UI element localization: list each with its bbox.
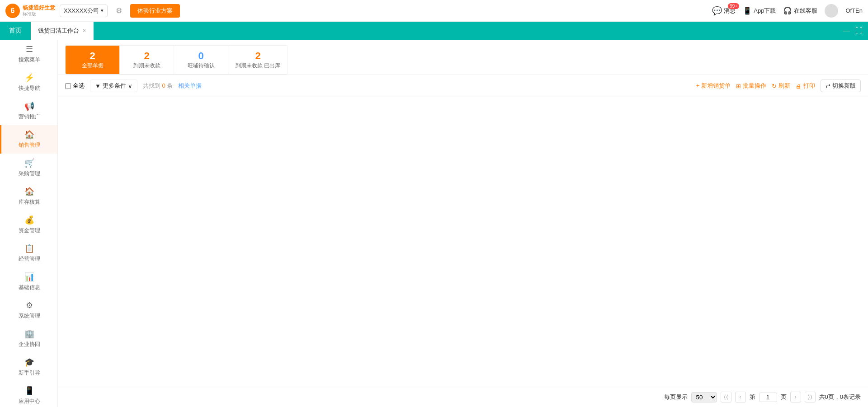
first-page-button[interactable]: ⟨⟨ (721, 392, 731, 402)
page-number-input[interactable]: 1 (759, 393, 777, 402)
related-doc-link[interactable]: 相关单据 (178, 82, 202, 90)
header-right: 💬 消息 99+ 📱 App下载 🎧 在线客服 OfTEn (712, 4, 863, 18)
sidebar-item-label: 销售管理 (19, 141, 40, 149)
stat-label-overdue-shipped: 到期未收款 已出库 (236, 62, 280, 70)
sidebar-item-capital[interactable]: 💰 资金管理 (0, 211, 57, 239)
found-prefix: 共找到 (143, 82, 160, 89)
messages-badge: 99+ (728, 3, 739, 9)
batch-icon: ⊞ (736, 83, 741, 89)
sidebar-item-label: 基础信息 (19, 284, 40, 291)
select-all-checkbox[interactable] (65, 83, 71, 89)
filter-icon: ▼ (95, 83, 101, 89)
top-header: 6 畅捷通好生意 标准版 XXXXXX公司 ▾ ⚙ 体验行业方案 💬 消息 99… (0, 0, 868, 22)
print-icon: 🖨 (796, 83, 802, 89)
toolbar-right: + 新增销货单 ⊞ 批量操作 ↻ 刷新 🖨 打印 ⇄ 切换新版 (694, 80, 861, 92)
sidebar-item-enterprise[interactable]: 🏢 企业协同 (0, 324, 57, 353)
tab-home[interactable]: 首页 (0, 22, 31, 40)
app-download-button[interactable]: 📱 App下载 (743, 6, 776, 15)
settings-icon: ⚙ (116, 6, 122, 15)
print-button[interactable]: 🖨 打印 (796, 82, 815, 90)
refresh-button[interactable]: ↻ 刷新 (772, 82, 790, 90)
tab-bar: 首页 钱货日清工作台 × — ⛶ (0, 22, 868, 40)
page-summary: 共0页，0条记录 (819, 393, 861, 401)
stats-tabs: 2 全部单据 2 到期未收款 0 旺辅待确认 2 到期未收款 已出库 (58, 40, 868, 75)
sidebar-item-basic-info[interactable]: 📊 基础信息 (0, 267, 57, 296)
prev-page-button[interactable]: ‹ (735, 392, 746, 402)
app-center-icon: 📱 (24, 386, 34, 396)
message-icon: 💬 (712, 6, 722, 16)
pagination: 每页显示 50 100 200 ⟨⟨ ‹ 第 1 页 › ⟩⟩ 共0页，0条记录 (58, 387, 868, 407)
stat-tab-all[interactable]: 2 全部单据 (66, 46, 120, 74)
logo-text: 畅捷通好生意 标准版 (23, 5, 55, 16)
sidebar-item-inventory[interactable]: 🏠 库存核算 (0, 182, 57, 211)
filter-label: 更多条件 (103, 82, 126, 90)
settings-icon-btn[interactable]: ⚙ (112, 4, 126, 18)
sidebar-item-label: 搜索菜单 (19, 56, 40, 64)
per-page-label: 每页显示 (664, 393, 688, 401)
trial-button[interactable]: 体验行业方案 (130, 4, 180, 18)
sidebar-item-search[interactable]: ☰ 搜索菜单 (0, 40, 57, 68)
stat-count-overdue-shipped: 2 (236, 50, 280, 62)
sidebar-item-sales[interactable]: 🏠 销售管理 (0, 125, 57, 154)
page-suffix: 页 (781, 393, 787, 401)
last-page-button[interactable]: ⟩⟩ (805, 392, 816, 402)
user-name[interactable]: OfTEn (845, 7, 863, 14)
sidebar-item-label: 快捷导航 (19, 84, 40, 92)
next-page-button[interactable]: › (790, 392, 801, 402)
sales-icon: 🏠 (24, 130, 34, 140)
filter-button[interactable]: ▼ 更多条件 ∨ (90, 80, 137, 92)
select-all-label: 全选 (73, 82, 85, 90)
stat-label-overdue: 到期未收款 (127, 62, 166, 70)
sidebar-item-guide[interactable]: 🎓 新手引导 (0, 353, 57, 381)
sidebar-item-label: 采购管理 (19, 170, 40, 178)
tab-active[interactable]: 钱货日清工作台 × (31, 22, 94, 40)
avatar (825, 4, 838, 18)
filter-chevron: ∨ (128, 83, 132, 89)
system-icon: ⚙ (26, 300, 33, 310)
company-name: XXXXXX公司 (64, 7, 99, 15)
purchase-icon: 🛒 (24, 158, 34, 168)
sidebar-item-label: 应用中心 (19, 398, 40, 405)
online-service-button[interactable]: 🎧 在线客服 (783, 6, 817, 15)
sidebar-item-label: 新手引导 (19, 369, 40, 377)
tab-bar-actions: — ⛶ (841, 25, 868, 37)
stat-label-all: 全部单据 (73, 62, 112, 70)
table-area (58, 97, 868, 387)
company-selector[interactable]: XXXXXX公司 ▾ (60, 5, 108, 17)
tab-active-label: 钱货日清工作台 (38, 27, 79, 35)
logo-area: 6 畅捷通好生意 标准版 (5, 4, 55, 18)
logo-title: 畅捷通好生意 (23, 5, 55, 11)
tab-close-icon[interactable]: × (83, 28, 86, 34)
sidebar-item-system[interactable]: ⚙ 系统管理 (0, 296, 57, 324)
capital-icon: 💰 (24, 215, 34, 225)
toolbar: 全选 ▼ 更多条件 ∨ 共找到 0 条 相关单据 + 新增销货单 (58, 75, 868, 97)
header-left: 6 畅捷通好生意 标准版 XXXXXX公司 ▾ ⚙ 体验行业方案 (5, 4, 180, 18)
stat-label-pending: 旺辅待确认 (181, 62, 221, 70)
phone-icon: 📱 (743, 6, 752, 15)
sidebar-item-purchase[interactable]: 🛒 采购管理 (0, 154, 57, 182)
inventory-icon: 🏠 (24, 187, 34, 196)
add-sales-order-button[interactable]: + 新增销货单 (694, 82, 731, 90)
found-count: 0 (162, 82, 165, 89)
logo-icon: 6 (5, 4, 20, 18)
expand-icon[interactable]: ⛶ (854, 25, 864, 37)
sidebar-item-label: 库存核算 (19, 198, 40, 206)
sidebar-item-operations[interactable]: 📋 经营管理 (0, 239, 57, 267)
headset-icon: 🎧 (783, 6, 792, 15)
main-layout: ☰ 搜索菜单 ⚡ 快捷导航 📢 营销推广 🏠 销售管理 🛒 采购管理 🏠 库存核… (0, 40, 868, 407)
stat-tab-overdue[interactable]: 2 到期未收款 (120, 46, 174, 74)
marketing-icon: 📢 (24, 101, 34, 111)
stat-count-overdue: 2 (127, 50, 166, 62)
sidebar-item-marketing[interactable]: 📢 营销推广 (0, 97, 57, 125)
per-page-select[interactable]: 50 100 200 (691, 392, 717, 402)
switch-version-button[interactable]: ⇄ 切换新版 (821, 80, 861, 92)
batch-operation-button[interactable]: ⊞ 批量操作 (736, 82, 766, 90)
stat-tab-overdue-shipped[interactable]: 2 到期未收款 已出库 (228, 46, 288, 74)
sidebar-item-quick-nav[interactable]: ⚡ 快捷导航 (0, 68, 57, 97)
stat-tab-pending[interactable]: 0 旺辅待确认 (174, 46, 228, 74)
messages-button[interactable]: 💬 消息 99+ (712, 6, 736, 16)
chevron-down-icon: ▾ (101, 8, 104, 14)
minimize-icon[interactable]: — (841, 25, 852, 37)
sidebar-item-app-center[interactable]: 📱 应用中心 (0, 381, 57, 407)
operations-icon: 📋 (24, 243, 34, 253)
